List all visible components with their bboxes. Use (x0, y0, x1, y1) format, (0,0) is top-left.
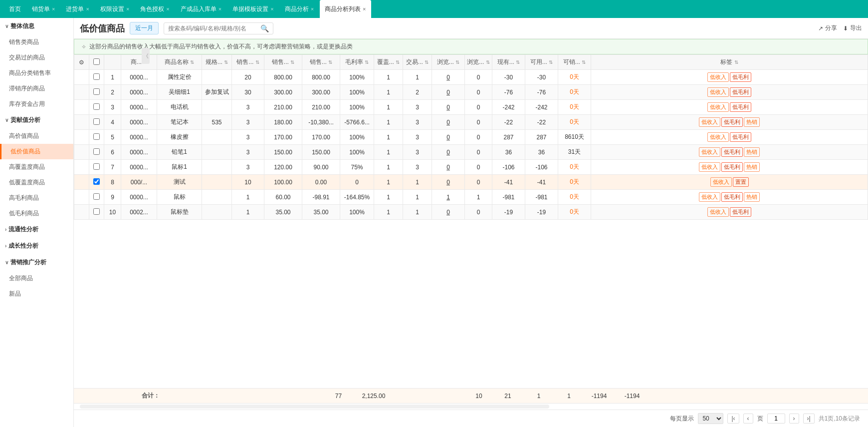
prev-page-button[interactable]: ‹ (743, 414, 753, 424)
nav-close-analysis-list[interactable]: × (363, 6, 366, 12)
col-sellable[interactable]: 可销... ⇅ (558, 55, 591, 70)
row-checkbox[interactable] (93, 133, 100, 140)
page-number-input[interactable] (767, 414, 785, 424)
cell-browse1[interactable]: 0 (432, 130, 465, 145)
cell-browse1[interactable]: 0 (432, 85, 465, 100)
sidebar-item-category-rate[interactable]: 商品分类销售率 (0, 65, 73, 81)
browse1-link[interactable]: 0 (446, 74, 450, 81)
sidebar-item-new-goods[interactable]: 新品 (0, 286, 73, 302)
browse1-link[interactable]: 0 (446, 164, 450, 171)
browse1-link[interactable]: 0 (446, 119, 450, 126)
col-sales-profit[interactable]: 销售... ⇅ (302, 55, 340, 70)
search-icon[interactable]: 🔍 (260, 24, 269, 32)
cell-checkbox[interactable] (89, 115, 104, 130)
cell-checkbox[interactable] (89, 100, 104, 115)
row-checkbox[interactable] (93, 73, 100, 80)
browse1-link[interactable]: 0 (446, 179, 450, 186)
cell-browse1[interactable]: 0 (432, 100, 465, 115)
cell-browse1[interactable]: 0 (432, 205, 465, 220)
cell-checkbox[interactable] (89, 85, 104, 100)
nav-product-in[interactable]: 产成品入库单 × (176, 0, 226, 18)
nav-home[interactable]: 首页 (4, 0, 26, 18)
sidebar-group-contribution[interactable]: ∨ 贡献值分析 (0, 112, 73, 128)
row-checkbox[interactable] (93, 163, 100, 170)
nav-close-purchase[interactable]: × (86, 6, 89, 12)
sidebar-group-overall[interactable]: ∨ 整体信息 (0, 18, 73, 34)
nav-analysis[interactable]: 商品分析 × (280, 0, 319, 18)
sidebar-item-traded-goods[interactable]: 交易过的商品 (0, 50, 73, 65)
browse1-link[interactable]: 0 (446, 149, 450, 156)
nav-role[interactable]: 角色授权 × (135, 0, 174, 18)
col-transaction[interactable]: 交易... ⇅ (403, 55, 432, 70)
col-coverage[interactable]: 覆盖... ⇅ (374, 55, 403, 70)
last-page-button[interactable]: ›| (803, 414, 815, 424)
row-checkbox[interactable] (93, 88, 100, 95)
cell-checkbox[interactable] (89, 190, 104, 205)
search-input[interactable] (168, 25, 257, 32)
nav-close-role[interactable]: × (166, 6, 169, 12)
col-browse1[interactable]: 浏览... ⇅ (432, 55, 465, 70)
cell-browse1[interactable]: 0 (432, 145, 465, 160)
sidebar-item-all-goods[interactable]: 全部商品 (0, 271, 73, 286)
browse1-link[interactable]: 0 (446, 209, 450, 216)
sidebar-item-slow-moving[interactable]: 滞销序的商品 (0, 81, 73, 96)
browse1-link[interactable]: 0 (446, 134, 450, 141)
nav-permission[interactable]: 权限设置 × (95, 0, 134, 18)
sidebar-item-high-coverage[interactable]: 高覆盖度商品 (0, 159, 73, 175)
nav-template[interactable]: 单据模板设置 × (227, 0, 278, 18)
cell-checkbox[interactable] (89, 175, 104, 190)
nav-close-permission[interactable]: × (126, 6, 129, 12)
sidebar-group-liquidity[interactable]: › 流通性分析 (0, 221, 73, 238)
share-button[interactable]: ↗ 分享 (818, 24, 837, 32)
cell-checkbox[interactable] (89, 160, 104, 175)
cell-browse1[interactable]: 1 (432, 190, 465, 205)
col-sales-amount[interactable]: 销售... ⇅ (264, 55, 302, 70)
col-name[interactable]: 商品名称 ⇅ (157, 55, 202, 70)
row-checkbox[interactable] (93, 193, 100, 200)
export-button[interactable]: ⬇ 导出 (843, 24, 862, 32)
row-checkbox[interactable] (93, 103, 100, 110)
col-checkbox[interactable] (89, 55, 104, 70)
sidebar-item-low-value[interactable]: 低价值商品 (0, 144, 73, 159)
col-settings[interactable]: ⚙ (74, 55, 89, 70)
cell-checkbox[interactable] (89, 130, 104, 145)
nav-close-sales[interactable]: × (52, 6, 55, 12)
row-checkbox[interactable] (93, 118, 100, 125)
sidebar-group-marketing[interactable]: ∨ 营销推广分析 (0, 254, 73, 271)
settings-icon[interactable]: ⚙ (79, 59, 84, 66)
nav-close-template[interactable]: × (270, 6, 273, 12)
cell-browse1[interactable]: 0 (432, 160, 465, 175)
row-checkbox[interactable] (93, 148, 100, 155)
sidebar-item-low-profit[interactable]: 低毛利商品 (0, 206, 73, 221)
nav-analysis-list[interactable]: 商品分析列表 × (320, 0, 371, 18)
sidebar-item-inventory-funds[interactable]: 库存资金占用 (0, 96, 73, 112)
sidebar-item-high-profit[interactable]: 高毛利商品 (0, 190, 73, 206)
filter-period-button[interactable]: 近一月 (130, 22, 159, 34)
sidebar-item-low-coverage[interactable]: 低覆盖度商品 (0, 175, 73, 190)
browse1-link[interactable]: 0 (446, 104, 450, 111)
sidebar-group-growth[interactable]: › 成长性分析 (0, 238, 73, 254)
sidebar-item-sales-goods[interactable]: 销售类商品 (0, 34, 73, 50)
nav-close-analysis[interactable]: × (311, 6, 314, 12)
select-all-checkbox[interactable] (93, 58, 100, 65)
next-page-button[interactable]: › (789, 414, 799, 424)
col-available[interactable]: 可用... ⇅ (525, 55, 558, 70)
page-size-select[interactable]: 50 100 (698, 413, 723, 424)
cell-browse1[interactable]: 0 (432, 175, 465, 190)
cell-checkbox[interactable] (89, 70, 104, 85)
browse1-link[interactable]: 0 (446, 89, 450, 96)
col-code[interactable]: 商... ⇅ (121, 55, 157, 70)
first-page-button[interactable]: |‹ (727, 414, 739, 424)
col-gross-margin[interactable]: 毛利率 ⇅ (340, 55, 374, 70)
row-checkbox[interactable] (93, 178, 100, 185)
cell-browse1[interactable]: 0 (432, 70, 465, 85)
cell-checkbox[interactable] (89, 145, 104, 160)
sidebar-item-high-value[interactable]: 高价值商品 (0, 128, 73, 144)
nav-sales[interactable]: 销货单 × (27, 0, 60, 18)
nav-purchase[interactable]: 进货单 × (61, 0, 94, 18)
nav-close-product-in[interactable]: × (218, 6, 221, 12)
sidebar-collapse-button[interactable]: 《 (142, 48, 150, 64)
row-checkbox[interactable] (93, 208, 100, 215)
col-spec[interactable]: 规格... ⇅ (202, 55, 232, 70)
col-browse2[interactable]: 浏览... ⇅ (465, 55, 492, 70)
